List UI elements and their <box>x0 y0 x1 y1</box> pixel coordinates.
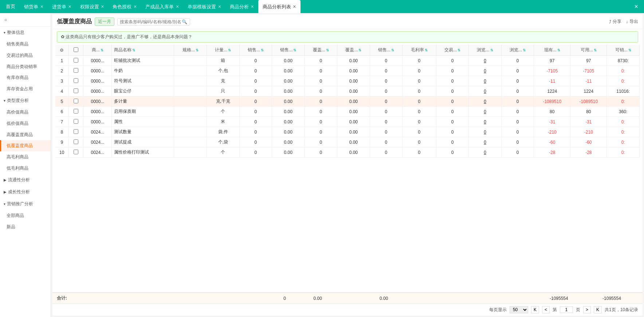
sidebar-section-liquidity[interactable]: ▶ 流通性分析 <box>0 174 51 186</box>
col-margin-rate[interactable]: 毛利率⇅ <box>402 45 436 56</box>
page-size-select[interactable]: 50 20 100 <box>510 306 528 313</box>
sidebar-section-growth[interactable]: ▶ 成长性分析 <box>0 186 51 198</box>
col-coverage2[interactable]: 覆盖...⇅ <box>337 45 370 56</box>
row-checkbox[interactable] <box>68 66 83 76</box>
col-name[interactable]: 商品名称⇅ <box>112 45 174 56</box>
row-browse1[interactable]: 0 <box>469 127 502 137</box>
page-number-input[interactable] <box>560 306 573 313</box>
row-checkbox[interactable] <box>68 117 83 127</box>
nav-close-icon[interactable]: × <box>101 4 104 9</box>
next-page-button[interactable]: > <box>583 306 591 313</box>
period-button[interactable]: 近一月 <box>95 17 114 26</box>
page-suffix: 页 <box>576 307 580 313</box>
row-browse2: 0 <box>501 127 534 137</box>
sidebar-item-in-stock[interactable]: 有库存商品 <box>0 72 51 83</box>
col-available[interactable]: 可用...⇅ <box>570 45 607 56</box>
sidebar-section-overview[interactable]: ▾ 整体信息 <box>0 27 51 39</box>
last-page-button[interactable]: K <box>594 306 602 313</box>
row-browse1[interactable]: 0 <box>469 137 502 147</box>
export-button[interactable]: ↓ 导出 <box>626 19 638 25</box>
table-row: 5 0000... 多计量 克,千克 0 0.00 0 0.00 0 0 0 0… <box>55 96 640 107</box>
prev-page-button[interactable]: < <box>542 306 550 313</box>
col-sales-amt[interactable]: 销售...⇅ <box>272 45 305 56</box>
row-browse1[interactable]: 0 <box>469 96 502 107</box>
col-browse2[interactable]: 浏览...⇅ <box>501 45 534 56</box>
nav-home[interactable]: 首页 <box>1 0 20 13</box>
col-unit[interactable]: 计量...⇅ <box>207 45 240 56</box>
first-page-button[interactable]: K <box>531 306 539 313</box>
sidebar-item-high-value[interactable]: 高价值商品 <box>0 107 51 118</box>
col-coverage1[interactable]: 覆盖...⇅ <box>305 45 337 56</box>
sidebar-collapse-button[interactable]: « <box>3 15 9 24</box>
nav-roles[interactable]: 角色授权 × <box>108 0 141 13</box>
sidebar-item-high-coverage[interactable]: 高覆盖度商品 <box>0 129 51 140</box>
col-sales3[interactable]: 销售...⇅ <box>370 45 402 56</box>
col-checkbox[interactable] <box>68 45 83 56</box>
sidebar-item-sales[interactable]: 销售类商品 <box>0 39 51 50</box>
row-available: -1089510 <box>570 96 607 107</box>
nav-product-analysis[interactable]: 商品分析 × <box>225 0 258 13</box>
row-browse1[interactable]: 0 <box>469 66 502 76</box>
sidebar-item-all-products[interactable]: 全部商品 <box>0 210 51 221</box>
nav-close-icon[interactable]: × <box>176 4 179 9</box>
row-browse1[interactable]: 0 <box>469 86 502 96</box>
row-browse1[interactable]: 0 <box>469 76 502 86</box>
row-margin-rate: 0 <box>402 147 436 158</box>
sidebar-item-low-margin[interactable]: 低毛利商品 <box>0 163 51 174</box>
sidebar-section-type-analysis[interactable]: ▾ 类型度分析 <box>0 95 51 107</box>
row-checkbox[interactable] <box>68 86 83 96</box>
col-browse1[interactable]: 浏览...⇅ <box>469 45 502 56</box>
row-no: 5 <box>55 96 68 107</box>
col-current-stock[interactable]: 现有...⇅ <box>534 45 570 56</box>
search-icon[interactable]: 🔍 <box>182 19 187 24</box>
row-available: -28 <box>570 147 607 158</box>
row-browse1[interactable]: 0 <box>469 56 502 66</box>
sidebar-item-low-coverage[interactable]: 低覆盖度商品 <box>0 140 51 151</box>
row-checkbox[interactable] <box>68 56 83 66</box>
row-sales3: 0 <box>370 66 402 76</box>
row-sales-amt: 0.00 <box>272 56 305 66</box>
sidebar-item-low-value[interactable]: 低价值商品 <box>0 118 51 129</box>
row-browse1[interactable]: 0 <box>469 107 502 117</box>
row-checkbox[interactable] <box>68 127 83 137</box>
row-checkbox[interactable] <box>68 147 83 158</box>
row-checkbox[interactable] <box>68 76 83 86</box>
sidebar-item-capital[interactable]: 库存资金占用 <box>0 83 51 95</box>
row-checkbox[interactable] <box>68 137 83 147</box>
col-trade[interactable]: 交易...⇅ <box>436 45 469 56</box>
row-checkbox[interactable] <box>68 96 83 107</box>
share-button[interactable]: ⤴ 分享 <box>609 19 621 25</box>
nav-close-icon[interactable]: × <box>251 4 254 9</box>
col-id[interactable]: 商...⇅ <box>83 45 112 56</box>
nav-close-icon[interactable]: × <box>134 4 137 9</box>
row-browse1[interactable]: 0 <box>469 147 502 158</box>
sidebar-item-new-products[interactable]: 新品 <box>0 221 51 233</box>
nav-product-inbound[interactable]: 产成品入库单 × <box>141 0 183 13</box>
col-settings[interactable]: ⚙ <box>55 45 68 56</box>
select-all-checkbox[interactable] <box>74 47 78 52</box>
nav-close-icon[interactable]: × <box>218 4 221 9</box>
table-row: 1 0000... 旺辅批次测试 箱 0 0.00 0 0.00 0 0 0 0… <box>55 56 640 66</box>
sidebar-item-category-rate[interactable]: 商品分类动销率 <box>0 61 51 72</box>
col-saleable[interactable]: 可销...⇅ <box>607 45 640 56</box>
row-browse1[interactable]: 0 <box>469 117 502 127</box>
nav-template-settings[interactable]: 单据模板设置 × <box>183 0 225 13</box>
nav-close-icon[interactable]: × <box>40 4 43 9</box>
sidebar-item-traded[interactable]: 交易过的商品 <box>0 50 51 61</box>
nav-sales-order[interactable]: 销货单 × <box>20 0 48 13</box>
search-input[interactable] <box>120 19 182 24</box>
nav-permissions[interactable]: 权限设置 × <box>76 0 109 13</box>
nav-close-icon[interactable]: × <box>293 4 296 9</box>
window-close-button[interactable]: × <box>630 3 643 11</box>
nav-purchase[interactable]: 进货单 × <box>48 0 76 13</box>
nav-close-icon[interactable]: × <box>68 4 71 9</box>
col-spec[interactable]: 规格...⇅ <box>174 45 207 56</box>
sidebar-section-marketing[interactable]: ▾ 营销推广分析 <box>0 198 51 210</box>
nav-product-analysis-list[interactable]: 商品分析列表 × <box>258 0 301 13</box>
row-checkbox[interactable] <box>68 107 83 117</box>
sidebar-item-high-margin[interactable]: 高毛利商品 <box>0 151 51 163</box>
footer-sales-qty: 0 <box>268 296 301 301</box>
footer-current-stock: -1095554 <box>533 296 585 301</box>
row-coverage2: 0.00 <box>337 107 370 117</box>
col-sales-qty[interactable]: 销售...⇅ <box>239 45 272 56</box>
